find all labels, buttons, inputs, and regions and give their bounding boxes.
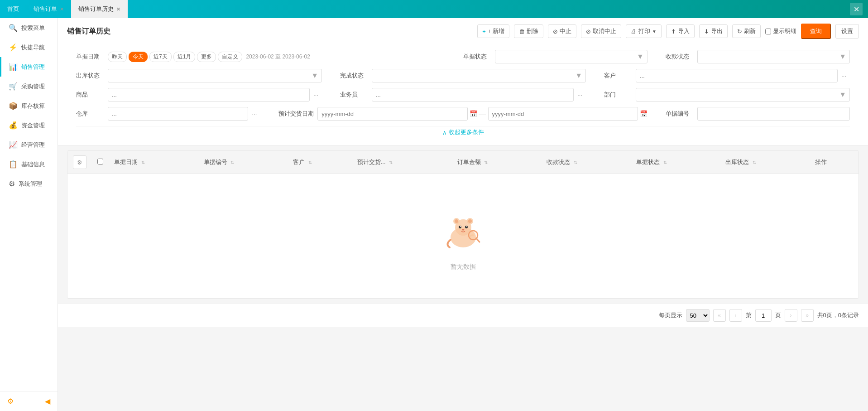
- doc-status-select-wrap: ▼: [495, 50, 647, 63]
- col-expected-delivery-label: 预计交货...: [357, 159, 386, 165]
- prev-page-button[interactable]: ‹: [729, 309, 742, 322]
- filter-complete-status: 完成状态 ▼: [340, 69, 586, 82]
- table-header-no: 单据编号 ⇅: [198, 151, 288, 174]
- expected-date-from-input[interactable]: [317, 107, 467, 121]
- print-button[interactable]: 🖨 打印 ▼: [626, 24, 662, 38]
- out-warehouse-status-select[interactable]: [108, 69, 322, 82]
- table-header-operation: 操作: [810, 151, 858, 174]
- search-button[interactable]: 查询: [801, 24, 831, 39]
- export-button[interactable]: ⬇ 导出: [699, 24, 728, 38]
- today-btn[interactable]: 今天: [129, 52, 148, 62]
- date-quick-btns: 昨天 今天 近7天 近1月 更多 自定义: [108, 52, 242, 62]
- date-separator: —: [479, 110, 486, 118]
- col-customer-sort-icon[interactable]: ⇅: [308, 160, 312, 165]
- collection-status-select[interactable]: [697, 50, 850, 63]
- calendar-from-icon[interactable]: 📅: [470, 110, 477, 117]
- tab-sales-order[interactable]: 销售订单 ✕: [26, 0, 71, 18]
- current-page-input[interactable]: [755, 309, 772, 322]
- filter-doc-status: 单据状态 ▼: [463, 50, 647, 63]
- last1month-btn[interactable]: 近1月: [173, 52, 196, 62]
- delete-button[interactable]: 🗑 删除: [514, 24, 543, 38]
- close-sales-order-history-tab-icon[interactable]: ✕: [116, 6, 120, 12]
- tab-home[interactable]: 首页: [0, 0, 26, 18]
- empty-state-cell: 暂无数据: [67, 174, 858, 299]
- table-header-document-status: 单据状态 ⇅: [631, 151, 720, 174]
- import-label: 导入: [678, 27, 690, 35]
- document-no-input[interactable]: [697, 107, 850, 121]
- close-sales-order-tab-icon[interactable]: ✕: [60, 6, 64, 12]
- sales-mgmt-icon: 📊: [9, 63, 18, 71]
- custom-btn[interactable]: 自定义: [218, 52, 242, 62]
- customer-input[interactable]: [636, 69, 838, 82]
- salesperson-more-dots[interactable]: ···: [574, 92, 586, 98]
- sidebar-settings-icon[interactable]: ⚙: [7, 397, 14, 406]
- sidebar-item-sales-mgmt[interactable]: 📊 销售管理: [0, 57, 58, 77]
- setting-button[interactable]: 设置: [835, 24, 859, 39]
- show-detail-checkbox-wrap: 显示明细: [765, 27, 796, 35]
- last-page-button[interactable]: »: [801, 309, 814, 322]
- col-order-amount-sort-icon[interactable]: ⇅: [484, 160, 488, 165]
- refresh-button[interactable]: ↻ 刷新: [732, 24, 761, 38]
- department-select[interactable]: [636, 88, 850, 102]
- table-settings-button[interactable]: ⚙: [73, 155, 86, 169]
- goods-input[interactable]: [108, 88, 310, 102]
- last7-btn[interactable]: 近7天: [149, 52, 172, 62]
- topbar: 首页 销售订单 ✕ 销售订单历史 ✕ ✕: [0, 0, 868, 18]
- calendar-to-icon[interactable]: 📅: [640, 110, 647, 117]
- expected-date-to-input[interactable]: [488, 107, 638, 121]
- svg-point-8: [460, 226, 461, 227]
- sidebar-item-system-mgmt[interactable]: ⚙ 系统管理: [0, 174, 58, 193]
- sidebar-item-system-mgmt-label: 系统管理: [19, 180, 42, 188]
- yesterday-btn[interactable]: 昨天: [108, 52, 127, 62]
- import-button[interactable]: ⬆ 导入: [666, 24, 695, 38]
- more-btn[interactable]: 更多: [197, 52, 216, 62]
- svg-point-7: [465, 226, 468, 228]
- expected-date-from-wrap: 📅 — 📅: [317, 107, 647, 121]
- sidebar-item-fund-mgmt[interactable]: 💰 资金管理: [0, 116, 58, 135]
- filter-customer: 客户 ···: [604, 69, 850, 82]
- warehouse-more-dots[interactable]: ···: [248, 111, 260, 117]
- page-size-select[interactable]: 10 20 50 100: [686, 309, 710, 322]
- sidebar-item-operation-mgmt[interactable]: 📈 经营管理: [0, 135, 58, 155]
- salesperson-input[interactable]: [372, 88, 574, 102]
- complete-status-select[interactable]: [372, 69, 586, 82]
- new-button[interactable]: + + 新增: [477, 24, 509, 38]
- operation-mgmt-icon: 📈: [9, 140, 18, 149]
- topbar-close-button[interactable]: ✕: [850, 3, 863, 15]
- warehouse-input[interactable]: [108, 107, 248, 121]
- svg-point-10: [462, 229, 464, 231]
- sidebar-expand-icon[interactable]: ◀: [45, 397, 50, 406]
- col-no-sort-icon[interactable]: ⇅: [230, 160, 234, 165]
- sidebar-item-quick-nav[interactable]: ⚡ 快捷导航: [0, 38, 58, 57]
- col-order-amount-label: 订单金额: [457, 159, 481, 165]
- chevron-up-icon: ∧: [442, 129, 447, 136]
- customer-more-dots[interactable]: ···: [838, 73, 850, 79]
- sidebar-item-purchase-mgmt[interactable]: 🛒 采购管理: [0, 77, 58, 96]
- warehouse-label: 仓库: [76, 110, 108, 118]
- col-date-sort-icon[interactable]: ⇅: [141, 160, 145, 165]
- cancel-stop-button[interactable]: ⊘ 取消中止: [581, 24, 621, 38]
- col-expected-delivery-sort-icon[interactable]: ⇅: [389, 160, 393, 165]
- col-document-status-sort-icon[interactable]: ⇅: [663, 160, 667, 165]
- collapse-btn[interactable]: ∧ 收起更多条件: [442, 128, 484, 136]
- table-area: ⚙ 单据日期 ⇅ 单据编号 ⇅: [67, 150, 859, 299]
- col-out-warehouse-status-sort-icon[interactable]: ⇅: [753, 160, 756, 165]
- doc-status-select[interactable]: [495, 50, 647, 63]
- sidebar-item-inventory-check[interactable]: 📦 库存核算: [0, 96, 58, 116]
- first-page-button[interactable]: «: [713, 309, 726, 322]
- goods-more-dots[interactable]: ···: [310, 92, 322, 98]
- print-dropdown-icon[interactable]: ▼: [652, 29, 657, 34]
- out-warehouse-status-select-wrap: ▼: [108, 69, 322, 82]
- date-range-text: 2023-06-02 至 2023-06-02: [246, 53, 310, 61]
- col-collection-status-sort-icon[interactable]: ⇅: [574, 160, 577, 165]
- sidebar-item-operation-mgmt-label: 经营管理: [21, 141, 45, 149]
- next-page-button[interactable]: ›: [785, 309, 797, 322]
- show-detail-checkbox[interactable]: [765, 29, 771, 34]
- tab-sales-order-history[interactable]: 销售订单历史 ✕: [71, 0, 128, 18]
- sidebar-item-search-menu[interactable]: 🔍 搜索菜单: [0, 18, 58, 38]
- tab-home-label: 首页: [7, 5, 19, 13]
- table-header-order-amount: 订单金额 ⇅: [452, 151, 542, 174]
- stop-button[interactable]: ⊘ 中止: [548, 24, 576, 38]
- select-all-checkbox[interactable]: [97, 159, 103, 164]
- sidebar-item-basic-info[interactable]: 📋 基础信息: [0, 155, 58, 174]
